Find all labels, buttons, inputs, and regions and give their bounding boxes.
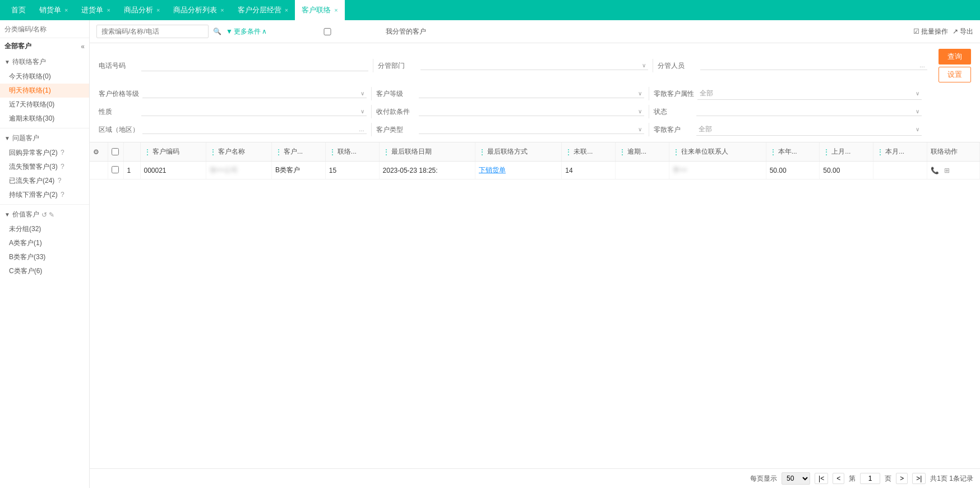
sidebar-item-abnormal-repurchase[interactable]: 回购异常客户(2) ? xyxy=(0,146,89,160)
filter-row-3: 性质 ∨ 收付款条件 ∨ 状态 xyxy=(99,105,971,118)
filter-payment: 收付款条件 ∨ xyxy=(376,107,644,117)
first-page-btn[interactable]: |< xyxy=(815,473,828,484)
nav-sales-order[interactable]: 销货单 × xyxy=(33,0,75,20)
page-input[interactable] xyxy=(860,473,880,484)
sidebar-item-today-pending[interactable]: 今天待联络(0) xyxy=(0,70,89,84)
sidebar-item-b-class[interactable]: B类客户(33) xyxy=(0,250,89,264)
filter-retail-customer: 零散客户 全部 ∨ xyxy=(654,123,922,136)
sidebar-item-7days-pending[interactable]: 近7天待联络(0) xyxy=(0,98,89,112)
nav-home[interactable]: 首页 xyxy=(4,0,33,20)
td-action[interactable]: 📞 ⊞ xyxy=(927,162,979,179)
retail-customer-label: 零散客户 xyxy=(654,125,693,135)
th-this-month[interactable]: ⋮ 本月... xyxy=(873,142,927,162)
status-select[interactable]: ∨ xyxy=(696,107,922,116)
set-button[interactable]: 设置 xyxy=(939,67,971,82)
person-select[interactable]: … xyxy=(700,61,927,70)
close-icon[interactable]: × xyxy=(64,7,68,13)
retail-attr-select[interactable]: 全部 ∨ xyxy=(697,88,922,100)
prev-page-btn[interactable]: < xyxy=(833,473,844,484)
sidebar-item-c-class[interactable]: C类客户(6) xyxy=(0,264,89,278)
query-button[interactable]: 查询 xyxy=(939,49,971,65)
chevron-icon: ∧ xyxy=(262,27,267,35)
th-code[interactable]: ⋮ 客户编码 xyxy=(140,142,206,162)
next-page-btn[interactable]: > xyxy=(896,473,908,484)
th-last-month[interactable]: ⋮ 上月... xyxy=(820,142,873,162)
th-overdue[interactable]: ⋮ 逾期... xyxy=(616,142,669,162)
th-settings[interactable]: ⚙ xyxy=(90,142,108,162)
search-icon[interactable]: 🔍 xyxy=(213,27,221,35)
divider xyxy=(649,105,649,118)
main-search-input[interactable] xyxy=(96,25,209,38)
dept-select[interactable]: ∨ xyxy=(420,61,648,70)
customer-type-select[interactable]: ∨ xyxy=(419,125,644,134)
sidebar-item-declining[interactable]: 持续下滑客户(2) ? xyxy=(0,188,89,202)
nav-customer-contact[interactable]: 客户联络 × xyxy=(295,0,344,20)
td-contact: 15 xyxy=(325,162,379,179)
nature-select[interactable]: ∨ xyxy=(141,107,367,116)
sidebar-item-tomorrow-pending[interactable]: 明天待联络(1) xyxy=(0,84,89,98)
nav-customer-segmentation[interactable]: 客户分层经营 × xyxy=(231,0,295,20)
filter-price-level: 客户价格等级 ∨ xyxy=(99,89,367,99)
nav-purchase-order[interactable]: 进货单 × xyxy=(75,0,117,20)
region-select[interactable]: … xyxy=(142,125,367,134)
more-filters-btn[interactable]: ▼ 更多条件 ∧ xyxy=(226,27,267,36)
customer-level-label: 客户等级 xyxy=(376,89,415,99)
close-icon[interactable]: × xyxy=(334,7,338,13)
sidebar-item-a-class[interactable]: A类客户(1) xyxy=(0,236,89,250)
last-page-btn[interactable]: >| xyxy=(912,473,926,484)
data-table-wrapper: ⚙ ⋮ 客户编码 xyxy=(90,142,980,468)
customer-level-select[interactable]: ∨ xyxy=(419,89,644,98)
filter-phone: 电话号码 xyxy=(99,61,368,71)
my-customers-checkbox-label[interactable]: 我分管的客户 xyxy=(271,27,426,36)
select-all-checkbox[interactable] xyxy=(112,148,119,155)
sidebar-category-value[interactable]: ▼ 价值客户 ↺ ✎ xyxy=(0,207,89,222)
divider xyxy=(0,128,89,128)
nav-product-analysis[interactable]: 商品分析 × xyxy=(117,0,167,20)
th-uncontacted[interactable]: ⋮ 未联... xyxy=(562,142,616,162)
arrow-icon: ▼ xyxy=(4,59,10,65)
td-checkbox[interactable] xyxy=(108,162,123,179)
payment-select[interactable]: ∨ xyxy=(419,107,644,116)
phone-action-icon[interactable]: 📞 xyxy=(931,167,939,174)
chevron-down-icon: ∨ xyxy=(638,90,642,96)
page-size-select[interactable]: 50 100 200 xyxy=(782,472,810,485)
th-this-year[interactable]: ⋮ 本年... xyxy=(766,142,820,162)
th-last-contact-date[interactable]: ⋮ 最后联络日期 xyxy=(379,142,475,162)
all-customers-title[interactable]: 全部客户 « xyxy=(0,38,89,54)
phone-input[interactable] xyxy=(141,61,368,71)
filter-retail-attr: 零散客户属性 全部 ∨ xyxy=(654,88,922,100)
sidebar-item-churn-warning[interactable]: 流失预警客户(3) ? xyxy=(0,160,89,174)
close-icon[interactable]: × xyxy=(156,7,160,13)
close-icon[interactable]: × xyxy=(220,7,224,13)
th-last-contact-method[interactable]: ⋮ 最后联络方式 xyxy=(475,142,562,162)
close-icon[interactable]: × xyxy=(107,7,110,13)
main-layout: 🔍 全部客户 « ▼ 待联络客户 今天待联络(0) 明天待联络(1) 近7天待联… xyxy=(0,20,980,488)
nav-product-analysis-list[interactable]: 商品分析列表 × xyxy=(167,0,230,20)
sidebar-item-ungrouped[interactable]: 未分组(32) xyxy=(0,222,89,236)
sidebar-search-input[interactable] xyxy=(4,25,89,33)
grid-action-icon[interactable]: ⊞ xyxy=(944,167,950,174)
th-contacts-person[interactable]: ⋮ 往来单位联系人 xyxy=(669,142,766,162)
th-checkbox[interactable] xyxy=(108,142,123,162)
th-type[interactable]: ⋮ 客户... xyxy=(272,142,326,162)
table-row: 1 000021 张××公司 B类客户 15 2023-05-23 18:25:… xyxy=(90,162,980,179)
divider xyxy=(653,59,653,72)
sidebar-item-churned[interactable]: 已流失客户(24) ? xyxy=(0,174,89,188)
price-level-select[interactable]: ∨ xyxy=(142,89,367,98)
close-icon[interactable]: × xyxy=(285,7,288,13)
my-customers-checkbox[interactable] xyxy=(271,28,383,35)
sidebar: 🔍 全部客户 « ▼ 待联络客户 今天待联络(0) 明天待联络(1) 近7天待联… xyxy=(0,20,90,488)
sidebar-item-overdue-pending[interactable]: 逾期未联络(30) xyxy=(0,112,89,126)
filter-panel: 电话号码 分管部门 ∨ 分管人员 … xyxy=(90,43,980,142)
batch-ops-btn[interactable]: ☑ 批量操作 xyxy=(913,27,948,36)
retail-customer-select[interactable]: 全部 ∨ xyxy=(696,123,922,136)
th-contact[interactable]: ⋮ 联络... xyxy=(325,142,379,162)
th-name[interactable]: ⋮ 客户名称 xyxy=(206,142,271,162)
row-checkbox[interactable] xyxy=(112,166,119,173)
filter-nature: 性质 ∨ xyxy=(99,107,367,117)
export-btn[interactable]: ↗ 导出 xyxy=(953,27,973,36)
sidebar-category-pending[interactable]: ▼ 待联络客户 xyxy=(0,54,89,70)
chevron-down-icon: ∨ xyxy=(360,108,364,114)
td-last-contact-method[interactable]: 下销货单 xyxy=(475,162,562,179)
sidebar-category-problem[interactable]: ▼ 问题客户 xyxy=(0,131,89,146)
